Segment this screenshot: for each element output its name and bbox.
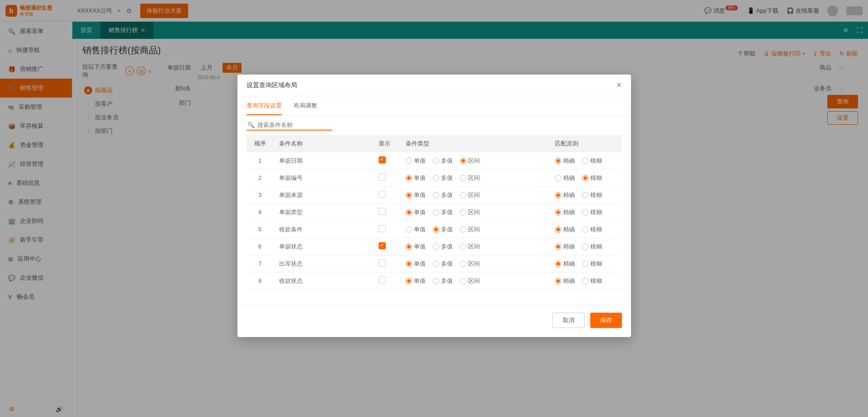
row-name: 收款状态 <box>274 272 373 290</box>
radio-option[interactable]: 区间 <box>460 277 480 285</box>
radio-option[interactable]: 精确 <box>555 174 575 182</box>
table-row: 3单据来源单值多值区间精确模糊 <box>247 187 622 204</box>
table-row: 6单据状态单值多值区间精确模糊 <box>247 238 622 255</box>
row-name: 单据类型 <box>274 204 373 221</box>
modal-tab-0[interactable]: 查询字段设置 <box>247 102 282 115</box>
radio-option[interactable]: 多值 <box>433 157 453 165</box>
radio-option[interactable]: 模糊 <box>582 174 602 182</box>
radio-option[interactable]: 多值 <box>433 260 453 268</box>
radio-option[interactable]: 多值 <box>433 243 453 251</box>
type-cell: 单值多值区间 <box>400 272 550 290</box>
modal-title: 设置查询区域布局 <box>247 81 297 89</box>
match-cell: 精确模糊 <box>550 187 622 204</box>
display-checkbox[interactable] <box>379 225 386 232</box>
radio-option[interactable]: 区间 <box>460 260 480 268</box>
display-checkbox[interactable] <box>379 276 386 284</box>
settings-modal: 设置查询区域布局 ✕ 查询字段设置布局调整 🔍 顺序 条件名称 显示 条件类型 … <box>237 75 631 337</box>
col-name: 条件名称 <box>274 135 373 152</box>
radio-option[interactable]: 区间 <box>460 243 480 251</box>
match-cell: 精确模糊 <box>550 290 622 293</box>
match-cell: 精确模糊 <box>550 272 622 290</box>
row-name: 单据日期 <box>274 152 373 169</box>
type-cell: 单值多值区间 <box>400 187 550 204</box>
radio-option[interactable]: 单值 <box>406 157 426 165</box>
radio-option[interactable]: 模糊 <box>582 260 602 268</box>
radio-option[interactable]: 模糊 <box>582 208 602 216</box>
radio-option[interactable]: 区间 <box>460 174 480 182</box>
table-row: 4单据类型单值多值区间精确模糊 <box>247 204 622 221</box>
radio-option[interactable]: 精确 <box>555 277 575 285</box>
table-row: 9开票状态单值多值区间精确模糊 <box>247 290 622 293</box>
radio-option[interactable]: 模糊 <box>582 157 602 165</box>
type-cell: 单值多值区间 <box>400 152 550 169</box>
row-index: 6 <box>247 238 274 255</box>
row-name: 出库状态 <box>274 255 373 272</box>
row-name: 单据编号 <box>274 169 373 187</box>
radio-option[interactable]: 精确 <box>555 191 575 199</box>
display-checkbox[interactable] <box>379 208 386 215</box>
radio-option[interactable]: 单值 <box>406 208 426 216</box>
row-index: 3 <box>247 187 274 204</box>
radio-option[interactable]: 区间 <box>460 191 480 199</box>
radio-option[interactable]: 精确 <box>555 243 575 251</box>
radio-option[interactable]: 单值 <box>406 225 426 234</box>
radio-option[interactable]: 多值 <box>433 277 453 285</box>
table-row: 5收款条件单值多值区间精确模糊 <box>247 221 622 238</box>
match-cell: 精确模糊 <box>550 255 622 272</box>
radio-option[interactable]: 模糊 <box>582 243 602 251</box>
radio-option[interactable]: 精确 <box>555 225 575 234</box>
row-index: 8 <box>247 272 274 290</box>
radio-option[interactable]: 区间 <box>460 225 480 234</box>
radio-option[interactable]: 模糊 <box>582 225 602 234</box>
radio-option[interactable]: 单值 <box>406 174 426 182</box>
close-icon[interactable]: ✕ <box>616 81 622 89</box>
row-index: 7 <box>247 255 274 272</box>
match-cell: 精确模糊 <box>550 169 622 187</box>
radio-option[interactable]: 单值 <box>406 260 426 268</box>
radio-option[interactable]: 精确 <box>555 260 575 268</box>
row-name: 开票状态 <box>274 290 373 293</box>
modal-tab-1[interactable]: 布局调整 <box>294 102 317 115</box>
radio-option[interactable]: 单值 <box>406 277 426 285</box>
radio-option[interactable]: 多值 <box>433 225 453 234</box>
type-cell: 单值多值区间 <box>400 255 550 272</box>
radio-option[interactable]: 单值 <box>406 243 426 251</box>
radio-option[interactable]: 单值 <box>406 191 426 199</box>
search-icon: 🔍 <box>247 122 255 128</box>
radio-option[interactable]: 多值 <box>433 208 453 216</box>
type-cell: 单值多值区间 <box>400 290 550 293</box>
table-row: 8收款状态单值多值区间精确模糊 <box>247 272 622 290</box>
search-box[interactable]: 🔍 <box>247 120 332 131</box>
col-order: 顺序 <box>247 135 274 152</box>
radio-option[interactable]: 多值 <box>433 174 453 182</box>
save-button[interactable]: 保存 <box>590 313 622 328</box>
row-index: 5 <box>247 221 274 238</box>
row-index: 9 <box>247 290 274 293</box>
type-cell: 单值多值区间 <box>400 204 550 221</box>
type-cell: 单值多值区间 <box>400 238 550 255</box>
cancel-button[interactable]: 取消 <box>552 313 585 328</box>
match-cell: 精确模糊 <box>550 204 622 221</box>
radio-option[interactable]: 多值 <box>433 191 453 199</box>
row-index: 4 <box>247 204 274 221</box>
table-row: 1单据日期单值多值区间精确模糊 <box>247 152 622 169</box>
row-name: 单据状态 <box>274 238 373 255</box>
display-checkbox[interactable] <box>379 259 386 267</box>
match-cell: 精确模糊 <box>550 152 622 169</box>
display-checkbox[interactable] <box>379 156 386 164</box>
radio-option[interactable]: 精确 <box>555 208 575 216</box>
modal-overlay: 设置查询区域布局 ✕ 查询字段设置布局调整 🔍 顺序 条件名称 显示 条件类型 … <box>0 0 868 417</box>
fields-table: 顺序 条件名称 显示 条件类型 匹配原则 <box>247 135 622 152</box>
radio-option[interactable]: 模糊 <box>582 277 602 285</box>
display-checkbox[interactable] <box>379 191 386 198</box>
radio-option[interactable]: 区间 <box>460 157 480 165</box>
radio-option[interactable]: 模糊 <box>582 191 602 199</box>
radio-option[interactable]: 区间 <box>460 208 480 216</box>
display-checkbox[interactable] <box>379 242 386 249</box>
display-checkbox[interactable] <box>379 173 386 181</box>
col-match: 匹配原则 <box>550 135 622 152</box>
search-input[interactable] <box>257 122 333 128</box>
radio-option[interactable]: 精确 <box>555 157 575 165</box>
type-cell: 单值多值区间 <box>400 169 550 187</box>
row-name: 单据来源 <box>274 187 373 204</box>
